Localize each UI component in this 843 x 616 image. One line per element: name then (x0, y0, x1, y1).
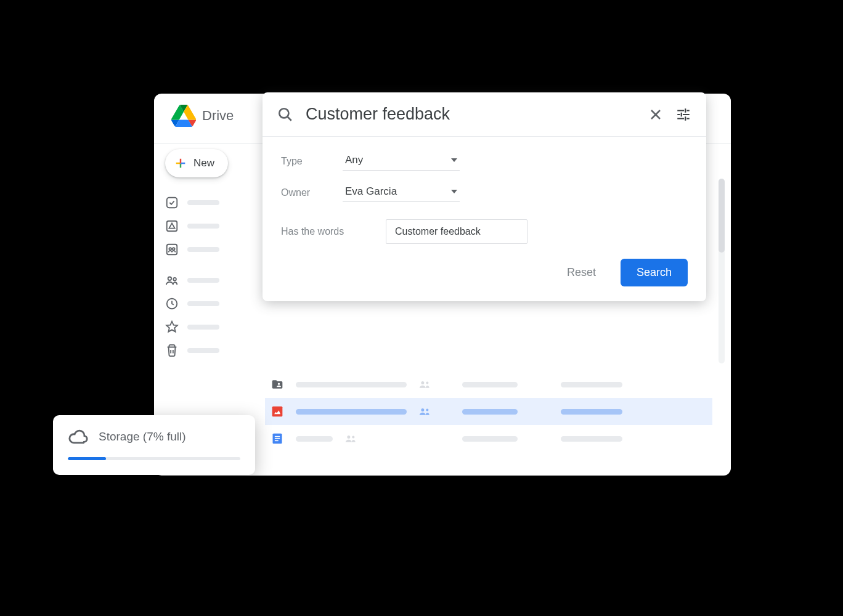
filter-words-label: Has the words (281, 226, 386, 237)
clock-icon (165, 297, 179, 310)
scrollbar[interactable] (719, 179, 725, 363)
sidebar-placeholder (187, 247, 219, 252)
search-button[interactable]: Search (621, 259, 688, 286)
docs-icon (271, 432, 283, 445)
app-title: Drive (202, 108, 234, 124)
folder-shared-icon (271, 378, 283, 391)
svg-rect-2 (167, 245, 177, 255)
cloud-icon (68, 429, 89, 445)
sidebar-item-recent[interactable] (165, 297, 248, 310)
svg-rect-15 (275, 438, 280, 439)
svg-point-17 (347, 436, 350, 439)
svg-point-5 (168, 277, 172, 281)
people-small-icon (419, 407, 431, 416)
form-actions: Reset Search (281, 259, 688, 286)
scrollbar-thumb[interactable] (719, 179, 725, 253)
sidebar-nav-secondary (165, 274, 248, 357)
new-button-label: New (193, 157, 214, 169)
svg-rect-16 (275, 440, 279, 442)
storage-progress-fill (68, 457, 106, 460)
people-small-icon (345, 434, 357, 443)
sidebar-item-priority[interactable] (165, 196, 248, 209)
new-button[interactable]: New (165, 149, 228, 177)
image-icon (271, 405, 283, 418)
col-owner-placeholder (462, 409, 518, 415)
svg-point-11 (421, 408, 424, 411)
storage-label: Storage (7% full) (99, 430, 186, 444)
col-name-placeholder (296, 436, 333, 442)
drive-logo-icon (171, 105, 196, 127)
result-row-selected[interactable] (265, 398, 712, 425)
col-name-placeholder (296, 382, 407, 387)
sidebar-item-shared-drives[interactable] (165, 243, 248, 256)
svg-point-9 (426, 381, 428, 384)
chevron-down-icon (451, 190, 457, 193)
sidebar-item-mydrive[interactable] (165, 219, 248, 233)
sidebar: New (154, 149, 259, 357)
people-icon (165, 274, 179, 287)
svg-rect-0 (167, 198, 177, 208)
trash-icon (165, 344, 179, 357)
shared-drives-icon (165, 243, 179, 256)
search-input[interactable] (306, 105, 636, 124)
svg-point-18 (352, 436, 354, 438)
result-row[interactable] (265, 425, 712, 452)
filter-type-value: Any (345, 154, 363, 166)
svg-point-19 (279, 108, 288, 118)
search-bar (263, 92, 706, 137)
col-date-placeholder (561, 436, 622, 442)
svg-point-12 (426, 408, 428, 411)
svg-point-8 (421, 381, 424, 384)
sidebar-placeholder (187, 348, 219, 353)
filter-type-select[interactable]: Any (343, 152, 460, 171)
col-date-placeholder (561, 409, 622, 415)
results-list (265, 371, 712, 452)
tune-icon[interactable] (675, 107, 691, 123)
close-icon[interactable] (648, 107, 663, 122)
filter-owner-label: Owner (281, 187, 343, 198)
svg-point-3 (169, 248, 171, 250)
svg-rect-14 (275, 436, 280, 437)
chevron-down-icon (451, 158, 457, 162)
col-owner-placeholder (462, 436, 518, 442)
filter-words-row: Has the words (281, 219, 688, 244)
star-icon (165, 320, 179, 334)
drive-triangle-icon (165, 219, 179, 233)
storage-header: Storage (7% full) (68, 429, 240, 445)
col-name-placeholder (296, 409, 407, 415)
sidebar-placeholder (187, 301, 219, 306)
sidebar-nav-primary (165, 196, 248, 256)
people-small-icon (419, 380, 431, 389)
filter-words-input[interactable] (386, 219, 527, 244)
storage-progress-bar (68, 457, 240, 460)
storage-card[interactable]: Storage (7% full) (53, 415, 255, 475)
sidebar-placeholder (187, 325, 219, 330)
col-owner-placeholder (462, 382, 518, 387)
col-date-placeholder (561, 382, 622, 387)
filter-type-label: Type (281, 156, 343, 167)
filter-type-row: Type Any (281, 152, 688, 171)
sidebar-placeholder (187, 224, 219, 229)
svg-rect-10 (272, 407, 283, 417)
plus-icon (174, 156, 187, 170)
filter-owner-value: Eva Garcia (345, 185, 397, 198)
sidebar-placeholder (187, 278, 219, 283)
search-panel: Type Any Owner Eva Garcia Has the words … (263, 92, 706, 301)
svg-point-4 (173, 248, 175, 250)
check-square-icon (165, 196, 179, 209)
filter-owner-select[interactable]: Eva Garcia (343, 183, 460, 202)
result-row[interactable] (265, 371, 712, 398)
sidebar-item-starred[interactable] (165, 320, 248, 334)
filter-owner-row: Owner Eva Garcia (281, 183, 688, 202)
search-form: Type Any Owner Eva Garcia Has the words … (263, 137, 706, 301)
reset-button[interactable]: Reset (560, 261, 603, 284)
sidebar-placeholder (187, 200, 219, 205)
search-icon (277, 107, 293, 123)
svg-point-6 (173, 278, 176, 281)
sidebar-item-shared[interactable] (165, 274, 248, 287)
sidebar-item-trash[interactable] (165, 344, 248, 357)
